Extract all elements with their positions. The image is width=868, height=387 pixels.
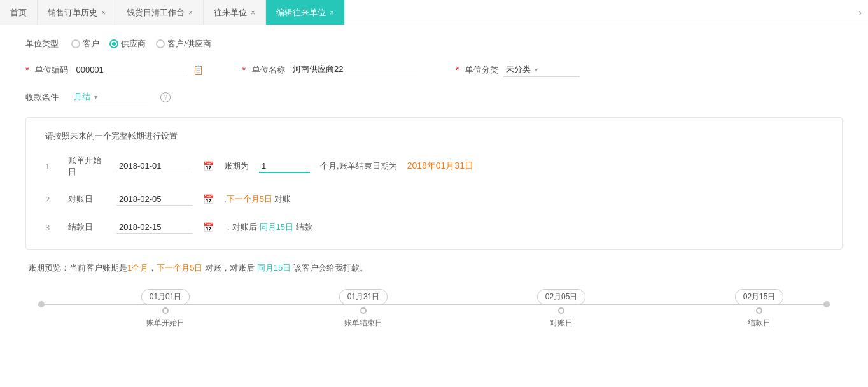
unit-type-row: 单位类型 客户 供应商 客户/供应商	[25, 38, 843, 50]
timeline-node-4-dot	[756, 307, 762, 314]
unit-name-label: 单位名称	[252, 64, 285, 76]
preview-part3: 同月15日	[257, 263, 291, 272]
radio-customer[interactable]: 客户	[71, 38, 99, 50]
radio-both-label: 客户/供应商	[167, 38, 211, 50]
period-reconcile-highlight: 下一个月5日	[227, 194, 272, 204]
unit-category-chevron: ▾	[535, 66, 538, 73]
tab-partner-label: 往来单位	[214, 7, 247, 18]
radio-supplier[interactable]: 供应商	[109, 38, 146, 50]
tab-cash-work-close[interactable]: ×	[188, 8, 193, 17]
timeline-node-1-pill: 01月01日	[141, 289, 190, 305]
period-payment-date-input[interactable]	[116, 221, 193, 234]
period-settings-box: 请按照未来的一个完整帐期进行设置 1 账单开始日 📅 账期为 个月,账单结束日期…	[25, 117, 843, 250]
preview-part1: 1个月	[127, 263, 148, 272]
timeline-node-4-pill: 02月15日	[735, 289, 784, 305]
period-payment-cal-icon[interactable]: 📅	[203, 222, 214, 232]
period-payment-suffix: ，对账后 同月15日 结款	[224, 222, 312, 233]
unit-info-row: * 单位编码 📋 * 单位名称 * 单位分类 未分类 ▾	[25, 62, 843, 77]
period-reconcile-date-input[interactable]	[116, 193, 193, 206]
period-num-2: 2	[45, 195, 58, 204]
tab-partner-close[interactable]: ×	[251, 8, 255, 17]
unit-name-input[interactable]	[290, 64, 417, 76]
timeline: 01月01日 账单开始日 01月31日 账单结束日 02月05日 对账日 02月…	[25, 289, 843, 334]
tab-sales-history-label: 销售订单历史	[48, 7, 97, 18]
period-reconcile-cal-icon[interactable]: 📅	[203, 194, 214, 204]
unit-code-copy-icon[interactable]: 📋	[193, 65, 204, 75]
period-row-3: 3 结款日 📅 ，对账后 同月15日 结款	[45, 221, 823, 234]
timeline-node-3-pill: 02月05日	[537, 289, 586, 305]
unit-code-label: 单位编码	[35, 64, 68, 76]
period-start-date-input[interactable]	[116, 160, 193, 172]
tab-bar: 首页 销售订单历史 × 钱货日清工作台 × 往来单位 × 编辑往来单位 × ›	[0, 0, 868, 25]
radio-customer-circle	[71, 39, 80, 48]
timeline-node-3-label: 对账日	[550, 318, 573, 328]
tab-more-button[interactable]: ›	[852, 0, 868, 25]
radio-supplier-label: 供应商	[121, 38, 146, 50]
payment-select[interactable]: 月结 ▾	[71, 90, 148, 104]
timeline-node-4: 02月15日 结款日	[735, 289, 784, 328]
tab-edit-partner-close[interactable]: ×	[330, 8, 334, 17]
tab-sales-history[interactable]: 销售订单历史 ×	[38, 0, 116, 25]
radio-supplier-circle	[109, 39, 118, 48]
payment-row: 收款条件 月结 ▾ ?	[25, 90, 843, 104]
unit-name-field: * 单位名称	[242, 64, 417, 76]
payment-value: 月结	[74, 91, 90, 102]
page-content: 单位类型 客户 供应商 客户/供应商 * 单位编码 📋 * 单位名称	[0, 25, 868, 387]
preview-text: 账期预览：当前客户账期是1个月，下一个月5日 对账，对账后 同月15日 该客户会…	[25, 262, 843, 274]
tab-cash-work-label: 钱货日清工作台	[127, 7, 185, 18]
tab-sales-history-close[interactable]: ×	[101, 8, 106, 17]
preview-mid2: 对账，对账后	[202, 263, 256, 272]
tab-partner[interactable]: 往来单位 ×	[204, 0, 266, 25]
preview-part2: 下一个月5日	[157, 263, 202, 272]
period-row-2: 2 对账日 📅 ,下一个月5日 对账	[45, 193, 823, 206]
tab-edit-partner[interactable]: 编辑往来单位 ×	[266, 0, 345, 25]
payment-label: 收款条件	[25, 92, 59, 103]
period-payment-highlight: 同月15日	[260, 222, 293, 232]
preview-mid1: ，	[148, 263, 157, 272]
period-end-date-value: 2018年01月31日	[407, 160, 473, 172]
tab-home-label: 首页	[10, 7, 27, 18]
tab-edit-partner-label: 编辑往来单位	[276, 7, 326, 18]
unit-category-field: * 单位分类 未分类 ▾	[456, 62, 580, 77]
timeline-node-1-dot	[162, 307, 169, 314]
timeline-node-4-label: 结款日	[748, 318, 771, 328]
radio-customer-label: 客户	[83, 38, 99, 50]
timeline-node-1: 01月01日 账单开始日	[141, 289, 190, 328]
unit-type-radio-group: 客户 供应商 客户/供应商	[71, 38, 211, 50]
period-label-2: 对账日	[68, 194, 106, 205]
payment-help-icon[interactable]: ?	[160, 92, 171, 102]
unit-name-required: *	[242, 65, 245, 75]
radio-both[interactable]: 客户/供应商	[156, 38, 211, 50]
unit-type-label: 单位类型	[25, 38, 59, 50]
tab-home[interactable]: 首页	[0, 0, 38, 25]
timeline-node-2-dot	[360, 307, 367, 314]
unit-category-required: *	[456, 65, 459, 75]
preview-suffix: 该客户会给我打款。	[291, 263, 368, 272]
period-months-input[interactable]	[259, 160, 310, 173]
timeline-node-3: 02月05日 对账日	[537, 289, 586, 328]
unit-category-value: 未分类	[506, 64, 531, 75]
timeline-node-3-dot	[558, 307, 564, 314]
unit-code-required: *	[25, 65, 29, 75]
radio-both-circle	[156, 39, 165, 48]
period-label-1: 账单开始日	[68, 155, 106, 178]
period-start-cal-icon[interactable]: 📅	[203, 161, 214, 171]
tab-cash-work[interactable]: 钱货日清工作台 ×	[116, 0, 204, 25]
period-row-1: 1 账单开始日 📅 账期为 个月,账单结束日期为 2018年01月31日	[45, 155, 823, 178]
unit-code-field: * 单位编码 📋	[25, 64, 204, 76]
timeline-node-2: 01月31日 账单结束日	[339, 289, 388, 328]
preview-prefix: 账期预览：当前客户账期是	[28, 263, 127, 272]
unit-category-select[interactable]: 未分类 ▾	[503, 62, 580, 77]
unit-code-input[interactable]	[73, 64, 188, 76]
period-num-1: 1	[45, 162, 58, 171]
payment-chevron: ▾	[94, 94, 97, 101]
timeline-node-2-label: 账单结束日	[344, 318, 382, 328]
timeline-node-1-label: 账单开始日	[146, 318, 185, 328]
period-end-date-prefix: 个月,账单结束日期为	[320, 160, 397, 172]
timeline-left-dot	[38, 301, 45, 307]
period-reconcile-suffix: ,下一个月5日 对账	[224, 194, 291, 205]
period-label-3: 结款日	[68, 222, 106, 233]
period-num-3: 3	[45, 223, 58, 232]
period-accounts-for-label: 账期为	[224, 160, 249, 172]
period-box-title: 请按照未来的一个完整帐期进行设置	[45, 130, 823, 142]
